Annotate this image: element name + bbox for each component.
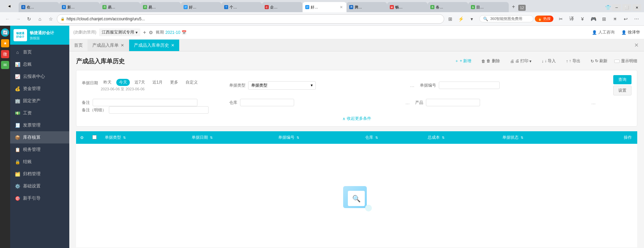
app-logo[interactable]: 🔄	[1, 28, 9, 37]
date-today-btn[interactable]: 今天	[116, 79, 130, 86]
tab-teng[interactable]: 腾 腾…	[347, 2, 387, 12]
page-tab-history[interactable]: 产成品入库单历史 ✕	[129, 40, 180, 51]
company-select[interactable]: 江西服宝测试专用 ▾	[99, 28, 140, 36]
settings-company-btn[interactable]: ⚙	[149, 30, 153, 35]
breadcrumb-home[interactable]: 首页	[69, 40, 88, 51]
tab-history-close[interactable]: ✕	[171, 43, 174, 48]
type-filter-select[interactable]: 单据类型 ▾	[248, 81, 316, 90]
number-filter-input[interactable]	[439, 82, 500, 89]
warehouse-filter-input[interactable]	[240, 99, 294, 106]
back-icon[interactable]: ◀	[7, 4, 12, 8]
column-type[interactable]: 单据类型 ⇅	[101, 131, 188, 144]
grid-icon[interactable]: ⊞	[446, 14, 455, 24]
calendar-icon[interactable]: 📅	[182, 30, 187, 35]
date-yesterday-btn[interactable]: 昨天	[101, 79, 114, 86]
collapse-filters-btn[interactable]: ∧ 收起更多条件	[82, 116, 631, 121]
close-button[interactable]: ✕	[633, 4, 641, 11]
sidebar-item-guide[interactable]: 🎯 新手引导	[10, 192, 69, 204]
game-icon[interactable]: 🎮	[589, 14, 598, 24]
restore-button[interactable]: ⬜	[622, 4, 631, 11]
social-icon[interactable]: 微	[1, 50, 9, 58]
ai-consult-btn[interactable]: 👤 人工咨询	[592, 29, 615, 35]
date-custom-btn[interactable]: 自定义	[183, 79, 200, 86]
scissors-icon[interactable]: ✂	[556, 14, 566, 24]
column-number[interactable]: 单据编号 ⇅	[274, 131, 361, 144]
export-button[interactable]: ↑ ↑ 导出	[563, 57, 583, 65]
column-cost[interactable]: 总成本 ⇅	[424, 131, 498, 144]
tab-close-active[interactable]: ✕	[339, 5, 344, 10]
tab-zai[interactable]: 在 在…	[19, 2, 59, 12]
tab-list-close[interactable]: ✕	[121, 43, 124, 48]
apps-icon[interactable]: ⊞	[599, 14, 609, 24]
query-button[interactable]: 查询	[613, 75, 631, 84]
sidebar-item-invoice[interactable]: 🧾 发票管理	[10, 119, 69, 131]
notes-filter-input[interactable]	[93, 99, 197, 106]
lightning-icon[interactable]: ⚡	[456, 14, 466, 24]
tab-hao1[interactable]: 好 好…	[181, 2, 221, 12]
column-warehouse[interactable]: 仓库 ⇅	[361, 131, 424, 144]
sidebar-item-fund[interactable]: 💰 资金管理	[10, 83, 69, 95]
notes-detail-filter-input[interactable]	[109, 106, 209, 114]
bookmark-left-icon[interactable]: ★	[1, 39, 9, 47]
column-settings[interactable]: ⚙	[76, 131, 88, 144]
mail-icon[interactable]: ✉	[1, 61, 9, 69]
sidebar-item-ledger[interactable]: 📊 总账	[10, 58, 69, 70]
select-all-checkbox[interactable]	[92, 135, 97, 139]
forward-button[interactable]: →	[14, 14, 23, 24]
refresh-button-main[interactable]: ↻ ↻ 刷新	[587, 57, 611, 65]
print-button[interactable]: 🖨 🖨 打印 ▾	[507, 57, 535, 65]
tab-chang[interactable]: M 畅…	[387, 2, 428, 12]
sidebar-item-settings[interactable]: ⚙️ 基础设置	[10, 180, 69, 192]
type-more-icon[interactable]: …	[410, 83, 414, 88]
user-avatar[interactable]: 👤 徐泽华	[621, 29, 640, 35]
panel-close-btn[interactable]: ✕	[629, 39, 644, 51]
warehouse-more-icon[interactable]: …	[405, 100, 410, 105]
column-status[interactable]: 单据状态 ⇅	[498, 131, 585, 144]
column-checkbox[interactable]	[88, 131, 101, 144]
tab-mu[interactable]: S 目…	[468, 2, 509, 12]
sidebar-item-archive[interactable]: 🗂️ 归档管理	[10, 168, 69, 180]
undo-icon[interactable]: ↩	[621, 14, 630, 24]
currency-icon[interactable]: ¥	[578, 14, 587, 24]
tab-hao2-active[interactable]: 好 好… ✕	[303, 2, 347, 12]
product-filter-input[interactable]	[426, 99, 480, 106]
translate-icon[interactable]: 译	[567, 14, 576, 24]
sidebar-item-asset[interactable]: 🏢 固定资产	[10, 95, 69, 107]
column-date[interactable]: 单据日期 ⇅	[188, 131, 275, 144]
sidebar-item-close[interactable]: 🔒 结账	[10, 156, 69, 168]
tab-qi[interactable]: C 企…	[262, 2, 303, 12]
date-more-btn[interactable]: 更多	[167, 79, 181, 86]
minimize-button[interactable]: ─	[612, 4, 621, 11]
tab-ge2[interactable]: 各 各…	[428, 2, 468, 12]
address-bar[interactable]: 🔒 https://cloud.chanjet.com/accounting/u…	[57, 14, 444, 24]
settings-filter-button[interactable]: 设置	[613, 86, 631, 95]
sidebar-item-home[interactable]: ⌂ 首页	[10, 46, 69, 58]
product-more-icon[interactable]: …	[591, 100, 596, 105]
tab-yi1[interactable]: 易 易…	[100, 2, 140, 12]
home-button[interactable]: ⌂	[35, 14, 45, 24]
theme-icon[interactable]: ☀	[610, 14, 620, 24]
add-company-btn[interactable]: +	[143, 29, 146, 36]
sidebar-item-tax[interactable]: 📋 税务管理	[10, 143, 69, 156]
settings-icon[interactable]: ⋯	[632, 14, 641, 24]
refresh-button[interactable]: ↻	[24, 14, 34, 24]
import-button[interactable]: ↓ ↓ 导入	[538, 57, 559, 65]
sidebar-item-salary[interactable]: 💵 工资	[10, 107, 69, 119]
search-input[interactable]: 360智能抠图免费用	[490, 16, 522, 21]
tab-ge[interactable]: 个 个…	[221, 2, 262, 12]
page-tab-list[interactable]: 产成品入库单 ✕	[88, 40, 129, 51]
sidebar-item-inventory[interactable]: 📦 库存核算	[10, 131, 69, 143]
tab-yi2[interactable]: 易 易…	[140, 2, 181, 12]
delete-button[interactable]: 🗑 🗑 删除	[478, 57, 503, 65]
date-7days-btn[interactable]: 近7天	[132, 79, 148, 86]
date-1month-btn[interactable]: 近1月	[150, 79, 166, 86]
show-detail-toggle[interactable]: 显示明细	[614, 58, 637, 64]
hot-search-badge[interactable]: 🔥 热搜	[535, 16, 553, 22]
new-tab-button[interactable]: +	[509, 2, 518, 12]
new-button[interactable]: ＋ + 新增	[451, 57, 475, 65]
bookmark-button[interactable]: ☆	[46, 14, 55, 24]
dropdown-btn[interactable]: ▾	[467, 14, 477, 24]
tab-xin[interactable]: 新 新…	[59, 2, 100, 12]
sidebar-item-report[interactable]: 📈 云报表中心	[10, 70, 69, 83]
back-button[interactable]: ←	[3, 14, 12, 24]
